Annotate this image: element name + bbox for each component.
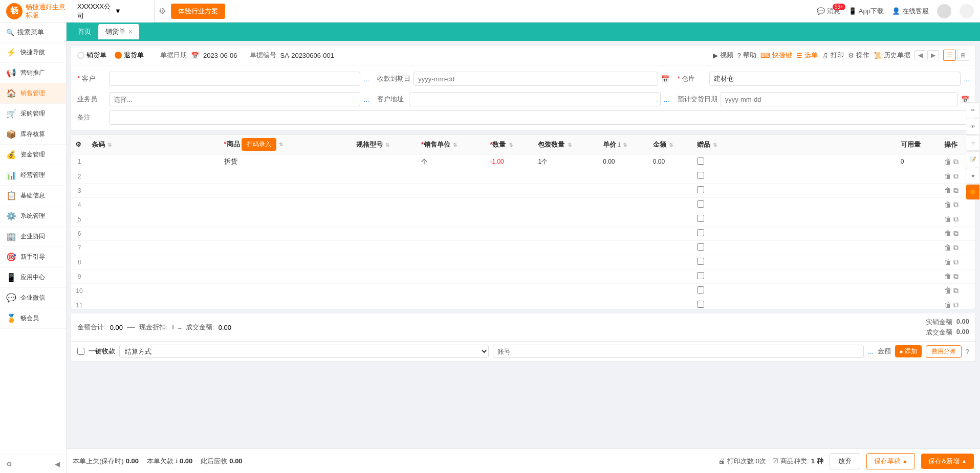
list-view-btn[interactable]: ☰ [943,50,956,61]
sidebar-collapse-icon[interactable]: ◀ [55,460,60,468]
barcode-cell[interactable] [88,298,220,309]
product-sort-icon[interactable]: ⇅ [279,142,283,147]
copy-row-btn[interactable]: ⧉ [953,301,959,309]
copy-row-btn[interactable]: ⧉ [953,157,959,166]
unit-cell[interactable] [417,227,486,241]
amount-cell[interactable] [649,255,693,269]
float-btn-star[interactable]: ☆ [966,135,980,151]
barcode-sort-icon[interactable]: ⇅ [107,142,112,148]
unit-cell[interactable]: 个 [417,154,486,169]
barcode-cell[interactable] [88,198,220,212]
spec-cell[interactable] [352,298,417,309]
amount-cell[interactable] [649,298,693,309]
spec-cell[interactable] [352,184,417,198]
shortcut-btn[interactable]: ⌨ 快捷键 [760,51,792,60]
customer-ellipsis[interactable]: ... [363,75,369,83]
gift-sort-icon[interactable]: ⇅ [713,142,717,148]
prev-btn[interactable]: ◀ [914,50,926,60]
product-cell[interactable] [220,241,353,255]
history-btn[interactable]: 📜 历史单据 [874,51,910,60]
delete-row-btn[interactable]: 🗑 [944,157,951,166]
barcode-cell[interactable] [88,227,220,241]
unit-cell[interactable] [417,269,486,284]
due-date-calendar-icon[interactable]: 📅 [661,75,669,83]
spec-cell[interactable] [352,227,417,241]
spec-cell[interactable] [352,212,417,227]
customer-input[interactable] [109,72,360,86]
tab-sales-order[interactable]: 销货单 × [98,24,139,39]
price-sort-icon[interactable]: ⇅ [623,142,627,148]
sidebar-item-enterprise[interactable]: 🏢 企业协同 [0,227,66,247]
gift-cell[interactable] [693,212,737,227]
sidebar-item-appstore[interactable]: 📱 应用中心 [0,267,66,288]
product-cell[interactable] [220,169,353,184]
gift-cell[interactable] [693,169,737,184]
unit-price-cell[interactable] [599,212,649,227]
amount-sort-icon[interactable]: ⇅ [669,142,673,148]
sidebar-item-operations[interactable]: 📊 经营管理 [0,165,66,186]
product-cell[interactable]: 拆货 [220,154,353,169]
amount-cell[interactable] [649,241,693,255]
copy-row-btn[interactable]: ⧉ [953,243,959,252]
amount-cell[interactable] [649,227,693,241]
due-date-input[interactable] [413,72,658,86]
qty-cell[interactable]: -1.00 [486,154,534,169]
operation-btn[interactable]: ⚙ 操作 [848,51,869,60]
unit-cell[interactable] [417,241,486,255]
spec-cell[interactable] [352,284,417,298]
company-selector[interactable]: XXXXXX公司 ▼ [73,0,155,23]
delete-row-btn[interactable]: 🗑 [944,215,951,223]
sidebar-item-guide[interactable]: 🎯 新手引导 [0,247,66,267]
qty-cell[interactable] [486,212,534,227]
unit-cell[interactable] [417,198,486,212]
sidebar-search[interactable]: 🔍 搜索菜单 [0,22,66,42]
radio-return[interactable]: 退货单 [115,51,144,60]
barcode-cell[interactable] [88,241,220,255]
delete-row-btn[interactable]: 🗑 [944,186,951,195]
scan-button[interactable]: 扫码录入 [242,138,276,151]
settings-icon[interactable]: ⚙ [159,6,166,16]
trial-button[interactable]: 体验行业方案 [171,4,225,19]
unit-price-cell[interactable] [599,298,649,309]
tab-close-icon[interactable]: × [128,28,132,35]
spec-cell[interactable] [352,198,417,212]
unit-cell[interactable] [417,212,486,227]
product-cell[interactable] [220,184,353,198]
qty-cell[interactable] [486,255,534,269]
unit-price-cell[interactable] [599,284,649,298]
spec-cell[interactable] [352,241,417,255]
gift-cell[interactable] [693,269,737,284]
unit-price-cell[interactable] [599,241,649,255]
gift-cell[interactable] [693,284,737,298]
float-btn-eye[interactable]: 👁 [966,119,980,134]
copy-row-btn[interactable]: ⧉ [953,258,959,266]
salesperson-input[interactable] [109,92,360,106]
user-avatar[interactable] [937,4,951,18]
discount-info-icon[interactable]: ℹ [172,324,174,331]
help-btn[interactable]: ? 帮助 [737,51,756,60]
float-btn-write[interactable]: 📝 [966,151,980,167]
delete-row-btn[interactable]: 🗑 [944,172,951,181]
gift-cell[interactable] [693,227,737,241]
sidebar-item-finance[interactable]: 💰 资金管理 [0,145,66,165]
app-download-button[interactable]: 📱 App下载 [848,7,884,16]
sidebar-item-inventory[interactable]: 📦 库存核算 [0,124,66,145]
gift-cell[interactable] [693,298,737,309]
copy-row-btn[interactable]: ⧉ [953,172,959,181]
radio-sales[interactable]: 销货单 [77,51,106,60]
barcode-cell[interactable] [88,269,220,284]
amount-cell[interactable] [649,269,693,284]
spec-sort-icon[interactable]: ⇅ [385,142,389,148]
copy-row-btn[interactable]: ⧉ [953,229,959,238]
gift-cell[interactable] [693,255,737,269]
amount-cell[interactable] [649,212,693,227]
expense-help-icon[interactable]: ? [966,348,969,355]
qty-cell[interactable] [486,198,534,212]
remark-input[interactable] [109,110,969,125]
sidebar-item-quick-nav[interactable]: ⚡ 快捷导航 [0,42,66,63]
float-btn-edit[interactable]: ✏ [966,102,980,118]
filter-btn[interactable]: ☰ 选单 [796,51,818,60]
account-ellipsis[interactable]: ... [868,348,874,355]
unit-price-cell[interactable] [599,184,649,198]
unit-cell[interactable] [417,184,486,198]
